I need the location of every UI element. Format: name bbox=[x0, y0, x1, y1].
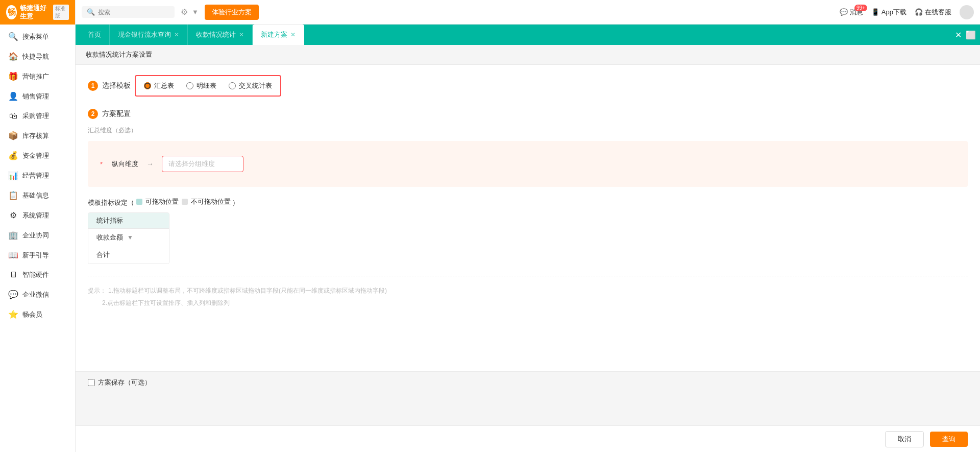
query-button[interactable]: 查询 bbox=[930, 432, 968, 447]
sidebar-item-wechat[interactable]: 💬 企业微信 bbox=[0, 284, 75, 304]
close-tab-bank[interactable]: ✕ bbox=[174, 31, 179, 38]
sidebar-item-purchase[interactable]: 🛍 采购管理 bbox=[0, 106, 75, 126]
draggable-legend-dot bbox=[136, 199, 142, 205]
tab-receipt-label: 收款情况统计 bbox=[196, 30, 236, 39]
maximize-icon[interactable]: ⬜ bbox=[966, 30, 976, 40]
sidebar-item-member[interactable]: ⭐ 畅会员 bbox=[0, 304, 75, 324]
bag-icon: 🛍 bbox=[8, 111, 18, 121]
star-icon: ⭐ bbox=[8, 310, 18, 319]
close-tab-receipt[interactable]: ✕ bbox=[239, 31, 244, 38]
tab-bar: 首页 现金银行流水查询 ✕ 收款情况统计 ✕ 新建方案 ✕ ✕ ⬜ bbox=[76, 25, 980, 45]
sidebar-item-enterprise[interactable]: 🏢 企业协同 bbox=[0, 225, 75, 245]
service-label: 在线客服 bbox=[925, 8, 951, 17]
metrics-table-header: 统计指标 bbox=[88, 213, 169, 229]
option-detail[interactable]: 明细表 bbox=[186, 81, 216, 90]
tab-home[interactable]: 首页 bbox=[80, 25, 110, 45]
gift-icon: 🎁 bbox=[8, 72, 18, 81]
fixed-legend-label: 不可拖动位置 bbox=[191, 197, 231, 206]
sidebar-nav: 🔍 搜索菜单 🏠 快捷导航 🎁 营销推广 👤 销售管理 🛍 采购管理 📦 库存核… bbox=[0, 25, 75, 452]
chart-icon: 📊 bbox=[8, 171, 18, 180]
metrics-legend: 可拖动位置 不可拖动位置 bbox=[136, 197, 231, 206]
sidebar-item-hardware[interactable]: 🖥 智能硬件 bbox=[0, 265, 75, 284]
sidebar-label: 库存核算 bbox=[22, 131, 49, 140]
option-summary[interactable]: 汇总表 bbox=[144, 81, 174, 90]
download-icon: 📱 bbox=[871, 8, 879, 16]
step2-num: 2 bbox=[88, 109, 98, 119]
metrics-total-label: 合计 bbox=[96, 250, 110, 259]
metrics-row-total: 合计 bbox=[88, 246, 169, 264]
sidebar-item-basic[interactable]: 📋 基础信息 bbox=[0, 185, 75, 205]
user-avatar[interactable] bbox=[960, 5, 974, 19]
sidebar-item-quicknav[interactable]: 🏠 快捷导航 bbox=[0, 46, 75, 66]
sidebar-label: 企业微信 bbox=[22, 290, 49, 299]
metrics-row-amount[interactable]: 收款金额 ▼ bbox=[88, 229, 169, 246]
download-btn[interactable]: 📱 App下载 bbox=[871, 8, 906, 17]
industry-btn[interactable]: 体验行业方案 bbox=[205, 5, 259, 20]
template-options: 汇总表 明细表 交叉统计表 bbox=[135, 75, 281, 97]
sidebar-item-search[interactable]: 🔍 搜索菜单 bbox=[0, 27, 75, 46]
dimension-row: * 纵向维度 → 请选择分组维度 bbox=[100, 156, 955, 172]
topbar-chevron[interactable]: ▼ bbox=[192, 8, 199, 16]
tab-new[interactable]: 新建方案 ✕ bbox=[253, 25, 304, 45]
tips-section: 提示： 1.拖动标题栏可以调整布局，不可跨维度或指标区域拖动目字段(只能在同一维… bbox=[88, 276, 968, 309]
tab-bank[interactable]: 现金银行流水查询 ✕ bbox=[110, 25, 188, 45]
radio-cross[interactable] bbox=[229, 82, 236, 89]
logo-text: 畅捷通好生意 bbox=[20, 4, 50, 20]
page-footer: 方案保存（可选） bbox=[76, 371, 980, 393]
gear-icon[interactable]: ⚙ bbox=[181, 7, 188, 17]
sidebar-label: 资金管理 bbox=[22, 151, 49, 160]
cancel-button[interactable]: 取消 bbox=[885, 431, 924, 447]
search-icon: 🔍 bbox=[87, 8, 95, 16]
tip1-text: 1.拖动标题栏可以调整布局，不可跨维度或指标区域拖动目字段(只能在同一维度或指标… bbox=[108, 284, 387, 297]
sidebar-item-sales[interactable]: 👤 销售管理 bbox=[0, 86, 75, 106]
dimension-label-text: 汇总维度（必选） bbox=[88, 127, 137, 134]
sidebar-label: 经营管理 bbox=[22, 171, 49, 180]
save-checkbox[interactable] bbox=[88, 379, 95, 386]
sidebar-label: 销售管理 bbox=[22, 92, 49, 101]
sidebar-label: 快捷导航 bbox=[22, 52, 49, 61]
clipboard-icon: 📋 bbox=[8, 191, 18, 200]
user-icon: 👤 bbox=[8, 91, 18, 101]
sidebar-item-inventory[interactable]: 📦 库存核算 bbox=[0, 126, 75, 146]
search-input[interactable] bbox=[98, 9, 169, 16]
sidebar-label: 畅会员 bbox=[22, 310, 42, 319]
metrics-section: 模板指标设定（ 可拖动位置 不可拖动位置 ） 统计指标 bbox=[88, 197, 968, 266]
home-icon: 🏠 bbox=[8, 52, 18, 61]
sidebar-item-operation[interactable]: 📊 经营管理 bbox=[0, 165, 75, 185]
topbar-right: 💬 99+ 消息 📱 App下载 🎧 在线客服 bbox=[840, 5, 974, 19]
draggable-legend-label: 可拖动位置 bbox=[145, 197, 179, 206]
sidebar-item-funds[interactable]: 💰 资金管理 bbox=[0, 146, 75, 165]
message-btn[interactable]: 💬 99+ 消息 bbox=[840, 8, 863, 17]
search-box[interactable]: 🔍 bbox=[82, 6, 175, 18]
radio-detail[interactable] bbox=[186, 82, 193, 89]
close-window-icon[interactable]: ✕ bbox=[955, 30, 962, 40]
dimension-input[interactable]: 请选择分组维度 bbox=[162, 156, 243, 172]
chat-icon: 💬 bbox=[8, 290, 18, 299]
tab-bank-label: 现金银行流水查询 bbox=[118, 30, 171, 39]
step1-section: 1 选择模板 汇总表 明细表 bbox=[88, 75, 968, 97]
save-option[interactable]: 方案保存（可选） bbox=[88, 378, 151, 387]
step1-num: 1 bbox=[88, 81, 98, 91]
sidebar-label: 智能硬件 bbox=[22, 270, 49, 279]
topbar: 🔍 ⚙ ▼ 体验行业方案 💬 99+ 消息 📱 App下载 🎧 在线客服 bbox=[76, 0, 980, 25]
gear-icon: ⚙ bbox=[8, 210, 18, 220]
metrics-table: 统计指标 收款金额 ▼ 合计 bbox=[88, 212, 169, 264]
dimension-area: * 纵向维度 → 请选择分组维度 bbox=[88, 141, 968, 187]
sidebar-item-guide[interactable]: 📖 新手引导 bbox=[0, 245, 75, 265]
message-icon: 💬 bbox=[840, 8, 848, 16]
page-title: 收款情况统计方案设置 bbox=[86, 51, 152, 58]
tab-receipt[interactable]: 收款情况统计 ✕ bbox=[188, 25, 253, 45]
bottom-bar: 取消 查询 bbox=[76, 425, 980, 452]
building-icon: 🏢 bbox=[8, 230, 18, 240]
sidebar-item-system[interactable]: ⚙ 系统管理 bbox=[0, 205, 75, 225]
service-btn[interactable]: 🎧 在线客服 bbox=[915, 8, 951, 17]
radio-summary[interactable] bbox=[144, 82, 151, 89]
step1-title: 选择模板 bbox=[102, 81, 131, 90]
option-cross[interactable]: 交叉统计表 bbox=[229, 81, 272, 90]
sidebar-label: 营销推广 bbox=[22, 72, 49, 81]
sidebar-item-marketing[interactable]: 🎁 营销推广 bbox=[0, 66, 75, 86]
chevron-down-icon[interactable]: ▼ bbox=[127, 234, 133, 241]
tab-controls: ✕ ⬜ bbox=[955, 30, 976, 40]
close-tab-new[interactable]: ✕ bbox=[290, 31, 296, 38]
metrics-amount-label: 收款金额 bbox=[96, 233, 123, 242]
